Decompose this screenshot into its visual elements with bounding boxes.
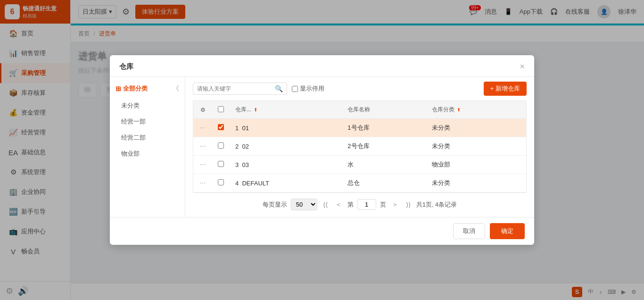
sort-icon-code: ⬆ <box>254 107 257 112</box>
category-header: ⊞ 全部分类 《 <box>110 82 185 98</box>
row-menu-icon[interactable]: ··· <box>199 179 206 187</box>
prev-page-btn[interactable]: ＜ <box>333 200 344 210</box>
main-content: 日太阳膜 ▾ ⚙ 体验行业方案 💬 99+ 消息 📱 App下载 🎧 在线客服 … <box>71 0 644 300</box>
select-all-checkbox[interactable] <box>218 106 224 112</box>
row-code: 1 01 <box>230 119 342 137</box>
next-page-btn[interactable]: ＞ <box>390 200 400 210</box>
dialog-header: 仓库 × <box>110 55 534 77</box>
col-code-label: 仓库... <box>235 106 251 113</box>
col-category-label: 仓库分类 <box>432 106 454 113</box>
close-icon[interactable]: × <box>520 62 525 72</box>
row-name: 总仓 <box>342 174 426 192</box>
row-check-cell <box>212 119 230 137</box>
disabled-checkbox[interactable] <box>292 86 298 92</box>
category-item[interactable]: 经营一部 <box>110 114 185 130</box>
col-category: 仓库分类 ⬆ <box>426 101 526 119</box>
col-check <box>212 101 230 119</box>
collapse-icon[interactable]: 《 <box>173 84 179 93</box>
category-list: 未分类经营一部经营二部物业部 <box>110 98 185 162</box>
dialog-footer: 取消 确定 <box>110 217 534 245</box>
row-name: 水 <box>342 156 426 174</box>
row-category: 物业部 <box>426 156 526 174</box>
warehouse-toolbar: 🔍 显示停用 + 新增仓库 <box>193 82 527 96</box>
dialog-body: ⊞ 全部分类 《 未分类经营一部经营二部物业部 <box>110 77 534 217</box>
row-name: 1号仓库 <box>342 119 426 137</box>
table-row[interactable]: ··· 2 02 2号仓库 未分类 <box>193 137 526 156</box>
category-panel: ⊞ 全部分类 《 未分类经营一部经营二部物业部 <box>110 77 185 217</box>
first-page-btn[interactable]: ⟨⟨ <box>321 200 330 209</box>
row-check-cell <box>212 174 230 192</box>
warehouse-table: ⚙ 仓库... ⬆ 仓库名称 <box>193 101 526 192</box>
category-item[interactable]: 未分类 <box>110 98 185 114</box>
row-menu-cell: ··· <box>193 119 212 137</box>
row-menu-icon[interactable]: ··· <box>199 124 206 132</box>
page-label: 第 <box>347 200 354 209</box>
row-checkbox[interactable] <box>218 161 224 167</box>
col-name: 仓库名称 <box>342 101 426 119</box>
content-area: 进货单 按以下条件查询 印 导出 刷新 查询 设置 仓库 × <box>71 42 644 283</box>
col-gear: ⚙ <box>193 101 212 119</box>
category-item[interactable]: 物业部 <box>110 146 185 162</box>
all-category-btn[interactable]: ⊞ 全部分类 <box>116 84 148 93</box>
per-page-label: 每页显示 <box>263 200 287 209</box>
row-checkbox[interactable] <box>218 124 224 130</box>
show-disabled-checkbox[interactable]: 显示停用 <box>292 84 324 93</box>
grid-icon: ⊞ <box>116 85 121 92</box>
warehouse-panel: 🔍 显示停用 + 新增仓库 <box>185 77 534 217</box>
table-row[interactable]: ··· 4 DEFAULT 总仓 未分类 <box>193 174 526 192</box>
category-item[interactable]: 经营二部 <box>110 130 185 146</box>
pagination: 每页显示 50 100 ⟨⟨ ＜ 第 页 ＞ ⟩⟩ <box>193 193 527 212</box>
row-check-cell <box>212 137 230 156</box>
table-row[interactable]: ··· 1 01 1号仓库 未分类 <box>193 119 526 137</box>
cancel-button[interactable]: 取消 <box>453 223 485 239</box>
all-category-label: 全部分类 <box>123 84 148 93</box>
row-category: 未分类 <box>426 174 526 192</box>
row-code: 3 03 <box>230 156 342 174</box>
row-code: 4 DEFAULT <box>230 174 342 192</box>
row-menu-cell: ··· <box>193 137 212 156</box>
col-name-label: 仓库名称 <box>347 106 370 113</box>
page-input[interactable] <box>357 199 376 210</box>
col-code: 仓库... ⬆ <box>230 101 342 119</box>
row-code: 2 02 <box>230 137 342 156</box>
warehouse-table-wrap: ⚙ 仓库... ⬆ 仓库名称 <box>193 100 527 193</box>
sort-icon-cat: ⬆ <box>457 107 461 112</box>
search-input[interactable] <box>197 85 275 92</box>
table-header-row: ⚙ 仓库... ⬆ 仓库名称 <box>193 101 526 119</box>
total-info: 共1页, 4条记录 <box>416 200 457 209</box>
per-page-select[interactable]: 50 100 <box>291 199 317 210</box>
dialog-title: 仓库 <box>119 62 133 71</box>
row-checkbox[interactable] <box>218 142 224 149</box>
row-menu-cell: ··· <box>193 174 212 192</box>
search-box: 🔍 <box>193 83 287 95</box>
warehouse-dialog: 仓库 × ⊞ 全部分类 《 未分类经营一部经营二部物 <box>110 55 534 245</box>
row-menu-cell: ··· <box>193 156 212 174</box>
show-disabled-label: 显示停用 <box>300 84 324 93</box>
row-check-cell <box>212 156 230 174</box>
modal-overlay: 仓库 × ⊞ 全部分类 《 未分类经营一部经营二部物 <box>71 42 644 283</box>
warehouse-table-body: ··· 1 01 1号仓库 未分类 ··· 2 02 2号仓库 未分类 ··· … <box>193 119 526 192</box>
page-unit: 页 <box>380 200 386 209</box>
col-gear-icon[interactable]: ⚙ <box>200 107 206 113</box>
table-row[interactable]: ··· 3 03 水 物业部 <box>193 156 526 174</box>
row-name: 2号仓库 <box>342 137 426 156</box>
search-icon[interactable]: 🔍 <box>275 85 283 92</box>
confirm-button[interactable]: 确定 <box>490 223 525 239</box>
last-page-btn[interactable]: ⟩⟩ <box>404 200 413 209</box>
row-checkbox[interactable] <box>218 179 224 185</box>
row-category: 未分类 <box>426 119 526 137</box>
add-warehouse-button[interactable]: + 新增仓库 <box>484 82 527 96</box>
row-menu-icon[interactable]: ··· <box>199 160 206 168</box>
row-menu-icon[interactable]: ··· <box>199 142 206 150</box>
row-category: 未分类 <box>426 137 526 156</box>
